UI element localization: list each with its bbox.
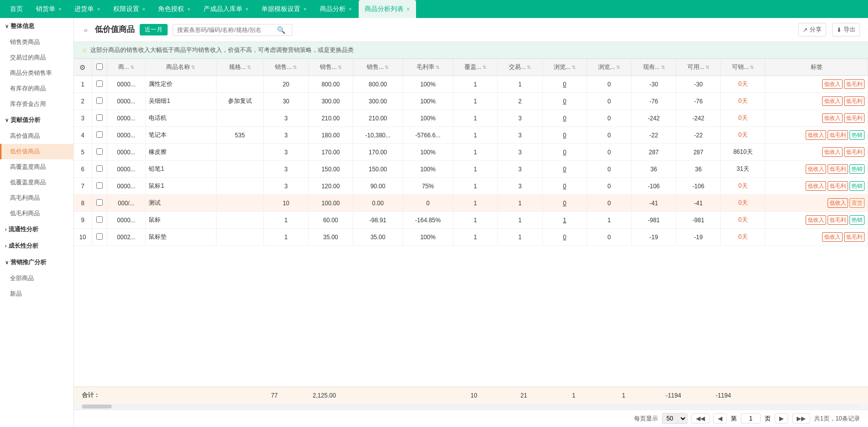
col-select-all[interactable] — [92, 59, 107, 76]
browse1-link[interactable]: 0 — [563, 200, 566, 207]
page-size-select[interactable]: 50 100 200 — [662, 413, 687, 424]
nav-template-settings[interactable]: 单据模板设置 × — [255, 0, 312, 18]
browse1-link[interactable]: 0 — [563, 98, 566, 105]
last-page-btn[interactable]: ▶▶ — [792, 414, 810, 424]
browse1-link[interactable]: 0 — [563, 234, 566, 241]
browse1-link[interactable]: 0 — [563, 115, 566, 122]
cell-checkbox[interactable] — [92, 127, 107, 144]
sidebar-group-growth[interactable]: › 成长性分析 — [0, 238, 73, 254]
col-sales-qty[interactable]: 销售...⇅ — [264, 59, 308, 76]
nav-product-analysis[interactable]: 商品分析 × — [314, 0, 358, 18]
tag-badge[interactable]: 低收入 — [806, 130, 826, 140]
sidebar-item-high-coverage[interactable]: 高覆盖度商品 — [0, 159, 73, 175]
browse1-link[interactable]: 0 — [563, 132, 566, 139]
row-checkbox[interactable] — [96, 165, 103, 172]
row-checkbox[interactable] — [96, 131, 103, 138]
sidebar-group-contribution[interactable]: ∨ 贡献值分析 — [0, 112, 73, 128]
sidebar-item-traded-products[interactable]: 交易过的商品 — [0, 50, 73, 65]
cell-browse1[interactable]: 0 — [542, 229, 587, 246]
cell-checkbox[interactable] — [92, 93, 107, 110]
col-current[interactable]: 现有...⇅ — [632, 59, 676, 76]
col-available[interactable]: 可用...⇅ — [676, 59, 720, 76]
tag-badge[interactable]: 低收入 — [822, 232, 843, 242]
cell-browse1[interactable]: 0 — [542, 127, 587, 144]
cell-checkbox[interactable] — [92, 178, 107, 195]
col-gross-margin[interactable]: 毛利率⇅ — [403, 59, 453, 76]
nav-sales-order[interactable]: 销货单 × — [30, 0, 67, 18]
col-code[interactable]: 商...⇅ — [107, 59, 146, 76]
close-icon[interactable]: × — [349, 6, 352, 12]
nav-product-inbound[interactable]: 产成品入库单 × — [198, 0, 254, 18]
nav-product-analysis-list[interactable]: 商品分析列表 × — [359, 0, 416, 18]
tag-badge[interactable]: 低收入 — [822, 79, 843, 89]
tag-badge[interactable]: 低收入 — [822, 147, 843, 157]
first-page-btn[interactable]: ◀◀ — [691, 414, 709, 424]
sidebar-item-stock-capital[interactable]: 库存资金占用 — [0, 96, 73, 112]
tag-badge[interactable]: 热销 — [850, 181, 865, 191]
cell-checkbox[interactable] — [92, 110, 107, 127]
sidebar-group-marketing[interactable]: ∨ 营销推广分析 — [0, 254, 73, 271]
prev-page-btn[interactable]: ◀ — [713, 414, 727, 424]
browse1-link[interactable]: 0 — [563, 166, 566, 173]
row-checkbox[interactable] — [96, 182, 103, 189]
col-browse2[interactable]: 浏览...⇅ — [587, 59, 631, 76]
cell-browse1[interactable]: 0 — [542, 161, 587, 178]
tag-badge[interactable]: 热销 — [850, 164, 865, 174]
sidebar-item-all-products[interactable]: 全部商品 — [0, 271, 73, 286]
tag-badge[interactable]: 置货 — [850, 198, 865, 208]
search-icon[interactable]: 🔍 — [277, 26, 285, 34]
select-all-checkbox[interactable] — [96, 63, 103, 70]
share-btn[interactable]: ↗ 分享 — [798, 23, 826, 36]
cell-browse1[interactable]: 1 — [542, 212, 587, 229]
close-icon[interactable]: × — [407, 6, 410, 12]
cell-browse1[interactable]: 0 — [542, 195, 587, 212]
close-icon[interactable]: × — [142, 6, 145, 12]
cell-browse1[interactable]: 0 — [542, 76, 587, 93]
cell-checkbox[interactable] — [92, 144, 107, 161]
page-number-input[interactable] — [741, 414, 761, 424]
cell-browse1[interactable]: 0 — [542, 110, 587, 127]
tag-badge[interactable]: 低收入 — [822, 113, 843, 123]
row-checkbox[interactable] — [96, 97, 103, 104]
col-coverage[interactable]: 覆盖...⇅ — [453, 59, 497, 76]
sidebar-toggle-btn[interactable]: « — [82, 24, 90, 36]
cell-browse1[interactable]: 0 — [542, 93, 587, 110]
tag-badge[interactable]: 热销 — [850, 130, 865, 140]
nav-role-auth[interactable]: 角色授权 × — [152, 0, 196, 18]
export-btn[interactable]: ⬇ 导出 — [832, 23, 860, 36]
col-saleable[interactable]: 可销...⇅ — [721, 59, 765, 76]
tag-badge[interactable]: 低收入 — [806, 164, 826, 174]
tag-badge[interactable]: 低毛利 — [844, 113, 865, 123]
col-spec[interactable]: 规格...⇅ — [216, 59, 264, 76]
cell-checkbox[interactable] — [92, 195, 107, 212]
row-checkbox[interactable] — [96, 199, 103, 206]
sidebar-item-low-value[interactable]: 低价值商品 — [0, 144, 73, 159]
filter-period-btn[interactable]: 近一月 — [140, 24, 168, 35]
col-transaction[interactable]: 交易...⇅ — [498, 59, 542, 76]
close-icon[interactable]: × — [187, 6, 190, 12]
col-name[interactable]: 商品名称⇅ — [146, 59, 216, 76]
browse1-link[interactable]: 1 — [563, 217, 566, 224]
browse1-link[interactable]: 0 — [563, 183, 566, 190]
tag-badge[interactable]: 低收入 — [828, 198, 848, 208]
row-checkbox[interactable] — [96, 80, 103, 87]
nav-purchase-order[interactable]: 进货单 × — [68, 0, 106, 18]
close-icon[interactable]: × — [58, 6, 61, 12]
tag-badge[interactable]: 热销 — [850, 215, 865, 225]
cell-checkbox[interactable] — [92, 76, 107, 93]
cell-checkbox[interactable] — [92, 229, 107, 246]
next-page-btn[interactable]: ▶ — [775, 414, 788, 424]
close-icon[interactable]: × — [245, 6, 248, 12]
cell-browse1[interactable]: 0 — [542, 178, 587, 195]
tag-badge[interactable]: 低毛利 — [828, 164, 848, 174]
sidebar-group-liquidity[interactable]: › 流通性分析 — [0, 221, 73, 238]
sidebar-item-sales-products[interactable]: 销售类商品 — [0, 34, 73, 50]
sidebar-group-overall[interactable]: ∨ 整体信息 — [0, 18, 73, 34]
scrollbar-thumb[interactable] — [82, 405, 112, 409]
row-checkbox[interactable] — [96, 148, 103, 155]
tag-badge[interactable]: 低毛利 — [828, 215, 848, 225]
sidebar-item-high-value[interactable]: 高价值商品 — [0, 128, 73, 144]
row-checkbox[interactable] — [96, 114, 103, 121]
tag-badge[interactable]: 低收入 — [822, 96, 843, 106]
tag-badge[interactable]: 低收入 — [806, 215, 826, 225]
